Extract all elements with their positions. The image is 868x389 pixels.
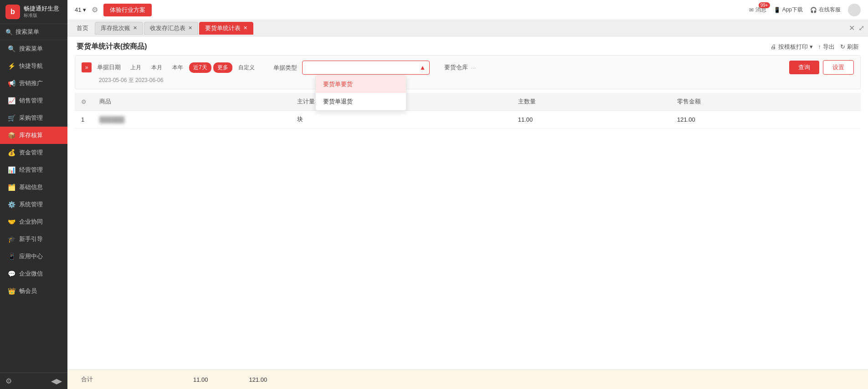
sidebar-logo: b 畅捷通好生意 标准版	[0, 0, 67, 24]
topbar: 41 ▾ ⚙ 体验行业方案 ✉ 消息 99+ 📱 App下载 🎧 在线客服	[67, 0, 868, 20]
date-btn-this-month[interactable]: 本月	[147, 62, 166, 73]
app-download-btn[interactable]: 📱 App下载	[774, 6, 803, 14]
sidebar-item-enterprise[interactable]: 🤝 企业协同	[0, 213, 67, 230]
sidebar-item-wechat[interactable]: 💬 企业微信	[0, 265, 67, 282]
export-btn[interactable]: ↑ 导出	[818, 43, 835, 51]
refresh-btn[interactable]: ↻ 刷新	[840, 43, 859, 51]
print-btn[interactable]: 🖨 按模板打印 ▾	[770, 43, 813, 51]
cell-amount-0: 121.00	[671, 111, 861, 128]
sidebar-item-label-appstore: 应用中心	[19, 252, 43, 261]
tab-requisition[interactable]: 要货单统计表✕	[199, 22, 253, 35]
sidebar-item-quicknav[interactable]: ⚡ 快捷导航	[0, 57, 67, 75]
column-settings-icon[interactable]: ⚙	[81, 98, 87, 105]
sidebar-item-label-wechat: 企业微信	[19, 270, 43, 278]
tabbar: 首页库存批次账✕收发存汇总表✕要货单统计表✕ ✕ ⤢	[67, 20, 868, 36]
date-btn-custom[interactable]: 自定义	[234, 62, 259, 73]
table-header: ⚙ 商品 主计量单位 主数量 零售金额	[75, 93, 861, 111]
filter-expand-btn[interactable]: »	[82, 62, 92, 72]
table-body: 1 ██████ 块 11.00 121.00	[75, 111, 861, 128]
sidebar-item-inventory[interactable]: 📦 库存核算	[0, 127, 67, 144]
type-filter-input[interactable]	[306, 62, 419, 73]
sidebar-item-label-system: 系统管理	[19, 200, 43, 209]
print-icon: 🖨	[770, 43, 776, 50]
filter-row-1: » 单据日期 上月 本月 本年 近7天 更多 自定义 单据类型 ▲	[82, 60, 854, 75]
dropdown-item-return[interactable]: 要货单退货	[316, 93, 406, 110]
member-icon: 👑	[7, 287, 15, 295]
tab-receivable[interactable]: 收发存汇总表✕	[144, 22, 198, 35]
date-btn-this-year[interactable]: 本年	[168, 62, 187, 73]
close-all-tabs-icon[interactable]: ✕	[849, 24, 855, 32]
sidebar-item-label-marketing: 营销推广	[19, 79, 43, 87]
messages-badge: 99+	[759, 2, 770, 8]
store-num: 41	[75, 6, 81, 13]
support-btn[interactable]: 🎧 在线客服	[810, 6, 841, 14]
messages-btn[interactable]: ✉ 消息 99+	[749, 6, 766, 14]
print-label: 按模板打印	[778, 43, 808, 51]
sidebar-item-system[interactable]: ⚙️ 系统管理	[0, 196, 67, 213]
cell-quantity-0: 11.00	[512, 111, 671, 128]
sidebar-item-finance[interactable]: 💰 资金管理	[0, 144, 67, 161]
tab-close-receivable[interactable]: ✕	[188, 25, 192, 31]
sidebar-item-basic[interactable]: 🗂️ 基础信息	[0, 179, 67, 196]
export-label: 导出	[823, 43, 835, 51]
date-btn-last-month[interactable]: 上月	[126, 62, 145, 73]
type-filter-label: 单据类型	[273, 64, 297, 71]
table-container: ⚙ 商品 主计量单位 主数量 零售金额 1 ██████ 块 11.00 121…	[67, 93, 868, 369]
settings-button[interactable]: 设置	[823, 60, 854, 75]
type-dropdown-arrow-icon[interactable]: ▲	[419, 64, 426, 71]
finance-icon: 💰	[7, 148, 15, 157]
action-buttons: 查询 设置	[789, 60, 854, 75]
sidebar-item-label-guide: 新手引导	[19, 235, 43, 243]
tabbar-right: ✕ ⤢	[849, 24, 864, 32]
logo-sub: 标准版	[24, 12, 59, 19]
store-selector[interactable]: 41 ▾	[75, 6, 86, 13]
warehouse-filter-label: 要货仓库	[444, 63, 468, 72]
inventory-icon: 📦	[7, 131, 15, 139]
collapse-icon[interactable]: ◀▶	[51, 377, 62, 385]
tab-close-batch[interactable]: ✕	[133, 25, 137, 31]
th-amount: 零售金额	[671, 93, 861, 111]
gear-icon[interactable]: ⚙	[92, 5, 98, 14]
sidebar-search[interactable]: 🔍 搜索菜单	[0, 24, 67, 40]
sidebar-item-search[interactable]: 🔍 搜索菜单	[0, 40, 67, 57]
sidebar-item-sales[interactable]: 📈 销售管理	[0, 92, 67, 109]
table-row: 1 ██████ 块 11.00 121.00	[75, 111, 861, 128]
tab-label-requisition: 要货单统计表	[205, 24, 241, 32]
tab-home[interactable]: 首页	[71, 22, 94, 35]
data-table: ⚙ 商品 主计量单位 主数量 零售金额 1 ██████ 块 11.00 121…	[75, 93, 861, 128]
dropdown-item-requisition[interactable]: 要货单要货	[316, 76, 406, 93]
sidebar-item-label-basic: 基础信息	[19, 183, 43, 191]
sidebar-item-member[interactable]: 👑 畅会员	[0, 282, 67, 300]
sidebar-item-label-inventory: 库存核算	[19, 131, 43, 139]
date-btn-more[interactable]: 更多	[213, 62, 232, 73]
th-product: 商品	[93, 93, 291, 111]
sidebar-item-marketing[interactable]: 📢 营销推广	[0, 75, 67, 92]
sidebar-item-purchase[interactable]: 🛒 采购管理	[0, 109, 67, 127]
quicknav-icon: ⚡	[7, 62, 15, 70]
tab-close-requisition[interactable]: ✕	[243, 25, 247, 31]
sidebar-bottom: ⚙ ◀▶	[0, 373, 67, 389]
sales-icon: 📈	[7, 97, 15, 105]
warehouse-filter-more[interactable]: ···	[471, 64, 476, 71]
expand-tabs-icon[interactable]: ⤢	[858, 24, 864, 32]
tab-label-home: 首页	[77, 24, 88, 32]
sidebar-item-appstore[interactable]: 📱 应用中心	[0, 248, 67, 265]
logo-text-block: 畅捷通好生意 标准版	[24, 5, 59, 19]
sidebar-item-operation[interactable]: 📊 经营管理	[0, 161, 67, 179]
date-buttons: 上月 本月 本年 近7天 更多 自定义	[126, 62, 259, 73]
th-settings: ⚙	[75, 93, 93, 111]
total-quantity: 11.00	[193, 376, 208, 383]
query-button[interactable]: 查询	[789, 61, 819, 74]
date-btn-recent7[interactable]: 近7天	[189, 62, 211, 73]
total-label: 合计	[81, 375, 93, 384]
system-icon: ⚙️	[7, 200, 15, 209]
sidebar-item-label-member: 畅会员	[19, 287, 37, 295]
trial-button[interactable]: 体验行业方案	[103, 4, 152, 16]
settings-bottom-icon[interactable]: ⚙	[5, 377, 12, 385]
marketing-icon: 📢	[7, 79, 15, 87]
filter-bar: » 单据日期 上月 本月 本年 近7天 更多 自定义 单据类型 ▲	[75, 55, 861, 89]
support-label: 在线客服	[819, 6, 841, 14]
sidebar-item-guide[interactable]: 🎓 新手引导	[0, 230, 67, 248]
tab-batch[interactable]: 库存批次账✕	[95, 22, 143, 35]
avatar[interactable]	[848, 4, 861, 16]
